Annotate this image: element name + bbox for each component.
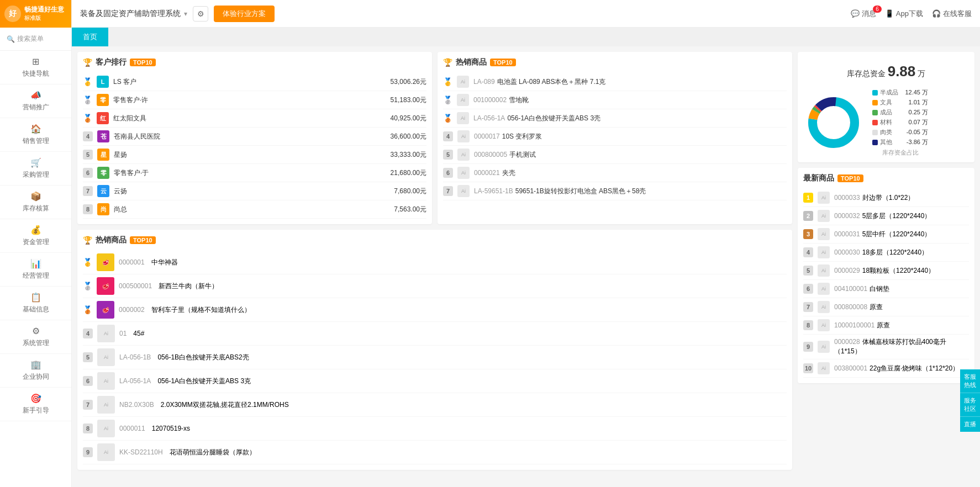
hot-product-code-5: LA-056-1B <box>119 353 153 361</box>
float-service-button[interactable]: 客服热线 <box>960 369 980 393</box>
hot-product-name-1: 中华神器 <box>151 258 178 267</box>
legend-dot-1 <box>872 90 878 96</box>
float-direct-button[interactable]: 直播 <box>960 417 980 432</box>
hot-right-name-4: 000001710S 变利罗浆 <box>474 132 787 141</box>
legend-label-5: 肉类 <box>880 128 898 136</box>
hot-right-medal-2: 🥈 <box>443 96 452 104</box>
legend-dot-5 <box>872 130 878 135</box>
app-download-button[interactable]: 📱 App下载 <box>885 9 923 19</box>
customer-name-3: 红太阳文具 <box>113 114 386 123</box>
hot-right-num-6: 6 <box>443 168 453 178</box>
hot-products-list: 🥇 🥩 0000001 中华神器 🥈 🥩 000500001 新西兰 <box>83 251 787 464</box>
hot-product-code-9: KK-SD22110H <box>119 448 165 456</box>
newest-icon-4: Ai <box>818 246 830 258</box>
hot-product-name-3: 智利车子里（规格不知道填什么） <box>151 305 251 315</box>
trophy-icon-2: 🏆 <box>443 58 452 67</box>
rank-num-4: 4 <box>83 131 93 141</box>
newest-name-5: 000002918颗粒板（1220*2440） <box>834 266 935 276</box>
app-download-label: App下载 <box>896 9 923 19</box>
hot-product-right-title: 🏆 热销商品 TOP10 <box>443 57 787 67</box>
newest-icon-2: Ai <box>818 210 830 222</box>
hot-right-name-6: 0000021夹壳 <box>474 168 787 178</box>
search-menu-label: 搜索菜单 <box>17 34 44 44</box>
tab-home[interactable]: 首页 <box>72 28 108 46</box>
sidebar-logo: 好 畅捷通好生意 标准版 <box>0 0 71 28</box>
customer-avatar-4: 苍 <box>97 130 109 142</box>
hot-product-img-5: Ai <box>97 348 115 366</box>
page-content: 🏆 客户排行 TOP10 🥇 L LS 客户 53,006.26元 🥈 <box>72 46 980 487</box>
customer-name-7: 云扬 <box>114 187 389 196</box>
float-direct-label: 直播 <box>964 421 976 427</box>
hot-product-code-2: 000500001 <box>119 282 154 290</box>
customer-rank-item-7: 7 云 云扬 7,680.00元 <box>83 182 426 200</box>
hot-right-num-5: 5 <box>443 150 453 160</box>
hot-right-name-7: LA-59651-1B59651-1B旋转投影灯电池盒 ABS黑色＋58壳 <box>474 187 787 196</box>
online-service-button[interactable]: 🎧 在线客服 <box>932 9 972 19</box>
hot-product-name-6: 056-1A白色按键开关盖ABS 3克 <box>157 377 251 386</box>
sidebar-search-area: 🔍 搜索菜单 <box>0 28 71 51</box>
hot-right-name-1: LA-089电池盖 LA-089 ABS本色＋黑种 7.1克 <box>473 77 787 87</box>
legend-value-5: -0.05 万 <box>900 128 928 136</box>
rank-medal-1: 🥇 <box>83 77 92 86</box>
newest-icon-7: Ai <box>818 301 830 313</box>
system-icon: ⚙ <box>32 326 40 336</box>
sidebar-item-guide[interactable]: 🎯 新手引导 <box>0 388 71 421</box>
hot-product-img-8: Ai <box>97 420 115 437</box>
hot-right-num-7: 7 <box>443 186 453 196</box>
hot-product-num-4: 4 <box>83 329 93 338</box>
legend-value-6: -3.86 万 <box>900 138 928 146</box>
customer-name-6: 零售客户·于 <box>114 168 386 178</box>
sidebar-item-finance[interactable]: 💰 资金管理 <box>0 219 71 253</box>
sidebar: 好 畅捷通好生意 标准版 🔍 搜索菜单 ⊞ 快捷导航 📣 营销推广 🏠 销售管理… <box>0 0 72 487</box>
customer-value-5: 33,333.00元 <box>391 150 426 160</box>
guide-icon: 🎯 <box>30 393 41 404</box>
legend-item-6: 其他 -3.86 万 <box>872 138 928 146</box>
newest-name-7: 000800008原查 <box>834 303 883 312</box>
trial-button[interactable]: 体验行业方案 <box>214 6 275 22</box>
customer-name-1: LS 客户 <box>113 77 386 87</box>
hot-product-medal-3: 🥉 <box>83 305 92 314</box>
hot-product-code-1: 0000001 <box>119 258 147 266</box>
donut-chart-container: 半成品 12.45 万 文具 1.01 万 成品 0.25 万 <box>803 88 969 157</box>
hot-right-medal-3: 🥉 <box>443 114 452 123</box>
hot-product-code-8: 0000011 <box>119 425 147 432</box>
newest-icon-1: Ai <box>818 192 830 204</box>
customer-name-8: 尚总 <box>114 205 389 214</box>
newest-name-4: 000003018多层（1220*2440） <box>834 248 928 257</box>
topbar: 装备及固定资产辅助管理系统 ▾ ⚙ 体验行业方案 💬 消息 6 📱 App下载 … <box>72 0 980 28</box>
hot-product-code-7: NB2.0X30B <box>119 401 156 409</box>
customer-rank-item-4: 4 苍 苍南县人民医院 36,600.00元 <box>83 128 426 146</box>
newest-icon-3: Ai <box>818 228 830 240</box>
rank-num-6: 6 <box>83 168 93 178</box>
sidebar-item-sales[interactable]: 🏠 销售管理 <box>0 118 71 152</box>
customer-value-7: 7,680.00元 <box>394 187 426 196</box>
sidebar-item-inventory[interactable]: 📦 库存核算 <box>0 186 71 219</box>
message-button[interactable]: 💬 消息 6 <box>851 9 876 19</box>
sidebar-item-company[interactable]: 🏢 企业协同 <box>0 354 71 388</box>
hot-right-medal-1: 🥇 <box>443 77 452 86</box>
sidebar-item-marketing[interactable]: 📣 营销推广 <box>0 84 71 118</box>
settings-button[interactable]: ⚙ <box>193 6 208 22</box>
legend-item-5: 肉类 -0.05 万 <box>872 128 928 136</box>
finance-icon: 💰 <box>30 225 41 235</box>
legend-value-3: 0.25 万 <box>900 108 928 117</box>
sidebar-item-basic[interactable]: 📋 基础信息 <box>0 287 71 320</box>
hot-product-item-3: 🥉 🥩 0000002 智利车子里（规格不知道填什么） <box>83 298 787 322</box>
rank-medal-3: 🥉 <box>83 114 92 123</box>
search-menu-button[interactable]: 🔍 搜索菜单 <box>4 32 67 46</box>
float-community-button[interactable]: 服务社区 <box>960 393 980 417</box>
sales-label: 销售管理 <box>23 136 49 146</box>
sidebar-item-purchase[interactable]: 🛒 采购管理 <box>0 152 71 186</box>
hot-product-img-2: 🥩 <box>97 277 114 295</box>
hot-right-name-5: 000800005手机测试 <box>474 150 787 160</box>
message-icon: 💬 <box>851 9 860 18</box>
newest-item-4: 4 Ai 000003018多层（1220*2440） <box>803 244 969 262</box>
newest-item-8: 8 Ai 10000100001原查 <box>803 316 969 335</box>
customer-rank-item-1: 🥇 L LS 客户 53,006.26元 <box>83 73 426 91</box>
sidebar-item-quick-nav[interactable]: ⊞ 快捷导航 <box>0 51 71 84</box>
sidebar-item-operations[interactable]: 📊 经营管理 <box>0 253 71 287</box>
sidebar-item-system[interactable]: ⚙ 系统管理 <box>0 320 71 354</box>
customer-value-4: 36,600.00元 <box>391 132 426 141</box>
hot-products-badge: TOP10 <box>130 236 156 244</box>
hot-right-icon-2: Ai <box>457 94 469 106</box>
